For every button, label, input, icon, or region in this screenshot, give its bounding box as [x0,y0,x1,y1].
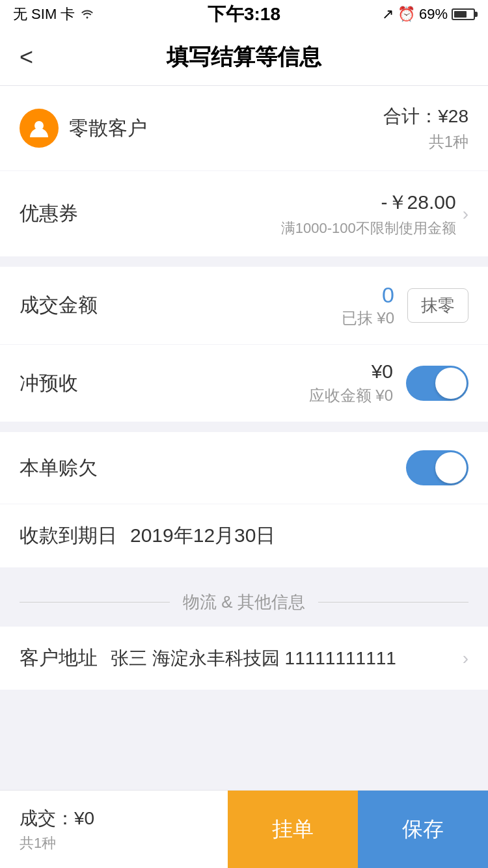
prepay-info: ¥0 应收金额 ¥0 [309,360,393,406]
nav-bar: < 填写结算等信息 [0,29,488,86]
status-bar: 无 SIM 卡 下午3:18 ↗ ⏰ 69% [0,0,488,29]
deal-label: 成交金额 [20,292,98,319]
avatar [20,109,59,148]
prepay-toggle[interactable] [406,366,468,401]
divider-line-right [318,602,468,603]
status-time: 下午3:18 [208,2,280,27]
prepay-row: 冲预收 ¥0 应收金额 ¥0 [0,345,488,422]
address-row[interactable]: 客户地址 张三 海淀永丰科技园 11111111111 › [0,627,488,690]
customer-total: 合计：¥28 共1种 [383,104,468,152]
coupon-right: -￥28.00 满1000-100不限制使用金额 › [281,189,468,238]
coupon-amount: -￥28.00 [281,189,456,216]
coupon-row[interactable]: 优惠券 -￥28.00 满1000-100不限制使用金额 › [0,170,488,256]
bottom-buttons: 挂单 保存 [228,791,488,868]
battery-text: 69% [419,6,448,23]
status-left: 无 SIM 卡 [13,5,94,24]
wifi-icon [80,6,94,23]
address-chevron-icon: › [463,648,468,669]
hang-button[interactable]: 挂单 [228,791,358,868]
arrears-toggle[interactable] [406,450,468,485]
customer-row: 零散客户 合计：¥28 共1种 [0,86,488,170]
logistics-text: 物流 & 其他信息 [183,591,305,614]
bottom-count: 共1种 [20,834,208,853]
arrears-row: 本单赊欠 [0,432,488,504]
back-button[interactable]: < [20,44,33,71]
logistics-divider: 物流 & 其他信息 [0,578,488,627]
prepay-receivable: 应收金额 ¥0 [309,385,393,406]
coupon-label: 优惠券 [20,200,78,227]
coupon-desc: 满1000-100不限制使用金额 [281,219,456,238]
arrears-section: 本单赊欠 收款到期日 2019年12月30日 [0,432,488,567]
alarm-icon: ⏰ [398,6,415,23]
bottom-bar: 成交：¥0 共1种 挂单 保存 [0,790,488,868]
deal-row: 成交金额 已抹 ¥0 抹零 [0,267,488,345]
customer-info: 零散客户 [20,109,147,148]
save-button[interactable]: 保存 [358,791,488,868]
total-amount: 合计：¥28 [383,104,468,129]
address-label: 客户地址 [20,645,98,671]
address-section: 客户地址 张三 海淀永丰科技园 11111111111 › [0,627,488,690]
location-icon: ↗ [382,6,394,23]
arrears-label: 本单赊欠 [20,455,98,481]
main-content: 零散客户 合计：¥28 共1种 优惠券 -￥28.00 满1000-100不限制… [0,86,488,830]
round-zero-button[interactable]: 抹零 [407,288,468,323]
prepay-right: ¥0 应收金额 ¥0 [309,360,468,406]
status-right: ↗ ⏰ 69% [382,6,475,23]
no-sim-text: 无 SIM 卡 [13,5,75,24]
prepay-amount: ¥0 [309,360,393,383]
address-value: 张三 海淀永丰科技园 11111111111 [111,646,463,671]
duedate-label: 收款到期日 [20,522,117,549]
customer-name: 零散客户 [69,115,147,142]
battery-icon [452,8,475,20]
coupon-info: -￥28.00 满1000-100不限制使用金额 [281,189,456,238]
page-title: 填写结算等信息 [167,42,321,72]
customer-section: 零散客户 合计：¥28 共1种 优惠券 -￥28.00 满1000-100不限制… [0,86,488,256]
prepay-label: 冲预收 [20,370,78,397]
total-count: 共1种 [383,131,468,152]
bottom-deal-label: 成交： [20,808,74,828]
deal-right: 已抹 ¥0 抹零 [342,282,468,329]
bottom-info: 成交：¥0 共1种 [0,806,228,853]
bottom-deal-amount: 成交：¥0 [20,806,208,831]
deal-section: 成交金额 已抹 ¥0 抹零 冲预收 ¥0 应收金额 ¥0 [0,267,488,422]
toggle-knob [435,368,467,399]
arrears-toggle-knob [435,452,467,483]
chevron-right-icon: › [463,204,468,224]
bottom-deal-value: ¥0 [74,808,94,828]
duedate-value: 2019年12月30日 [130,522,275,549]
deal-amount-input[interactable] [342,282,394,308]
deal-sub-text: 已抹 ¥0 [342,308,394,329]
divider-line-left [20,602,170,603]
duedate-row: 收款到期日 2019年12月30日 [0,504,488,567]
